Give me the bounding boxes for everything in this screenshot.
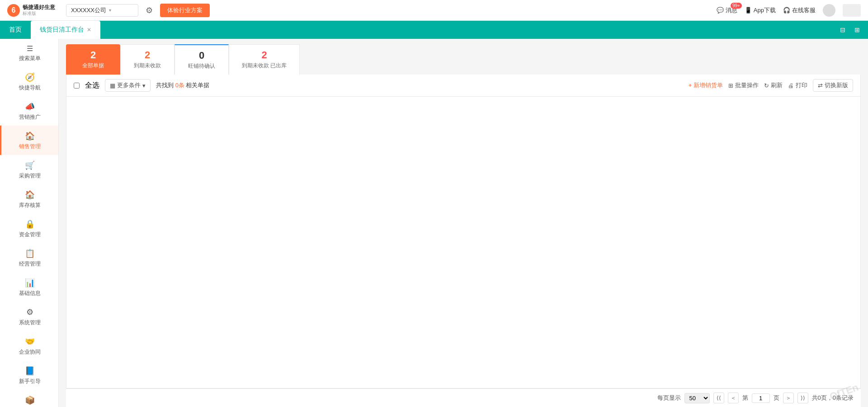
sidebar-label-operations: 经营管理: [19, 260, 41, 268]
nav-maximize-icon[interactable]: ⊞: [852, 24, 863, 35]
tab-home[interactable]: 首页: [0, 21, 31, 39]
page-size-select[interactable]: 50 100 200: [684, 393, 710, 403]
trial-button[interactable]: 体验行业方案: [160, 4, 210, 17]
sidebar-label-system: 系统管理: [19, 319, 41, 327]
company-name: XXXXXX公司: [71, 6, 106, 14]
cooperation-icon: 🤝: [25, 337, 35, 346]
message-badge: 99+: [731, 3, 742, 9]
nav-tabs: 首页 钱货日清工作台 ✕ ⊟ ⊞: [0, 21, 868, 39]
filter-icon: ▦: [110, 82, 115, 89]
print-button[interactable]: 🖨 打印: [788, 81, 807, 89]
online-service-button[interactable]: 🎧 在线客服: [783, 6, 816, 14]
sidebar: ☰ 搜索菜单 🧭 快捷导航 📣 营销推广 🏠 销售管理 🛒 采购管理 🏠 库存核…: [0, 39, 59, 407]
online-service-label: 在线客服: [792, 6, 816, 14]
tab-work-close-icon[interactable]: ✕: [87, 27, 91, 33]
sidebar-item-finance[interactable]: 🔒 资金管理: [0, 214, 58, 243]
sales-icon: 🏠: [25, 131, 35, 141]
found-num: 0条: [175, 82, 184, 89]
stat-num-all: 2: [79, 49, 107, 61]
top-right: 💬 消息 99+ 📱 App下载 🎧 在线客服: [717, 4, 861, 17]
base-icon: 📊: [25, 278, 35, 288]
switch-label: 切换新版: [825, 81, 848, 89]
operations-icon: 📋: [25, 248, 35, 258]
refresh-label: 刷新: [771, 81, 783, 89]
sidebar-item-sales[interactable]: 🏠 销售管理: [0, 126, 58, 155]
sidebar-label-sales: 销售管理: [19, 143, 41, 150]
sidebar-item-market[interactable]: 📣 营销推广: [0, 96, 58, 126]
finance-icon: 🔒: [25, 219, 35, 229]
refresh-icon: ↻: [764, 82, 769, 89]
company-selector[interactable]: XXXXXX公司 ▾: [66, 4, 138, 17]
content-area: 2 全部单据 2 到期未收款 0 旺铺待确认 2 到期未收款 已出库 全选 ▦ …: [59, 39, 868, 407]
chevron-down-icon: ▾: [109, 8, 111, 13]
sidebar-item-base[interactable]: 📊 基础信息: [0, 272, 58, 302]
page-input[interactable]: [752, 393, 770, 403]
page-label: 第: [742, 394, 748, 402]
select-all-checkbox[interactable]: [74, 83, 80, 89]
last-page-button[interactable]: ⟩⟩: [797, 393, 808, 403]
stat-num-pending: 0: [188, 50, 216, 61]
sidebar-item-purchase[interactable]: 🛒 采购管理: [0, 155, 58, 184]
stat-tab-due[interactable]: 2 到期未收款: [120, 44, 175, 75]
batch-label: 批量操作: [735, 81, 759, 89]
sidebar-label-stock: 库存核算: [19, 201, 41, 209]
sidebar-item-apps[interactable]: 📦 应用中心: [0, 390, 58, 407]
sidebar-item-operations[interactable]: 📋 经营管理: [0, 243, 58, 272]
stat-label-all: 全部单据: [79, 62, 107, 70]
message-button[interactable]: 💬 消息 99+: [717, 6, 737, 14]
settings-icon[interactable]: ⚙: [142, 3, 156, 18]
stat-label-pending: 旺铺待确认: [188, 62, 216, 70]
prev-page-button[interactable]: ＜: [728, 393, 739, 403]
pagination-bar: 每页显示 50 100 200 ⟨⟨ ＜ 第 页 ＞ ⟩⟩ 共0页，0条记录: [66, 388, 861, 407]
tab-work[interactable]: 钱货日清工作台 ✕: [31, 21, 100, 39]
stat-label-due: 到期未收款: [133, 62, 161, 70]
nav-right-buttons: ⊟ ⊞: [837, 24, 868, 35]
sidebar-item-nav[interactable]: 🧭 快捷导航: [0, 67, 58, 96]
stock-icon: 🏠: [25, 190, 35, 200]
batch-button[interactable]: ⊞ 批量操作: [728, 81, 759, 89]
search-menu-icon: ☰: [27, 44, 33, 53]
app-download-button[interactable]: 📱 App下载: [745, 6, 776, 14]
table-area: [66, 97, 861, 388]
refresh-button[interactable]: ↻ 刷新: [764, 81, 783, 89]
market-icon: 📣: [25, 102, 35, 112]
sidebar-label-guide: 新手引导: [19, 378, 41, 385]
guide-icon: 📘: [25, 366, 35, 376]
stat-tab-pending[interactable]: 0 旺铺待确认: [175, 44, 229, 75]
filter-button[interactable]: ▦ 更多条件 ▾: [105, 79, 151, 92]
switch-icon: ⇄: [818, 82, 823, 89]
sidebar-item-stock[interactable]: 🏠 库存核算: [0, 184, 58, 214]
switch-version-button[interactable]: ⇄ 切换新版: [813, 79, 853, 92]
first-page-button[interactable]: ⟨⟨: [713, 393, 724, 403]
toolbar: 全选 ▦ 更多条件 ▾ 共找到 0条 相关单据 + 新增销货单 ⊞ 批量操作 ↻…: [66, 75, 861, 97]
sidebar-label-market: 营销推广: [19, 113, 41, 121]
stat-label-due-out: 到期未收款 已出库: [242, 62, 287, 70]
logo-icon: 6: [7, 4, 20, 17]
sidebar-item-cooperation[interactable]: 🤝 企业协同: [0, 331, 58, 360]
add-sale-button[interactable]: + 新增销货单: [689, 81, 723, 89]
main-layout: ☰ 搜索菜单 🧭 快捷导航 📣 营销推广 🏠 销售管理 🛒 采购管理 🏠 库存核…: [0, 39, 868, 407]
sidebar-label-purchase: 采购管理: [19, 172, 41, 180]
stat-tab-all[interactable]: 2 全部单据: [66, 44, 120, 75]
system-icon: ⚙: [26, 307, 33, 317]
phone-icon: 📱: [745, 7, 752, 14]
select-all-label: 全选: [85, 81, 99, 90]
user-name[interactable]: [843, 4, 861, 17]
app-download-label: App下载: [754, 6, 776, 14]
sidebar-item-guide[interactable]: 📘 新手引导: [0, 360, 58, 390]
nav-minimize-icon[interactable]: ⊟: [837, 24, 848, 35]
page-suffix: 页: [774, 394, 779, 402]
sidebar-item-system[interactable]: ⚙ 系统管理: [0, 302, 58, 331]
next-page-button[interactable]: ＞: [783, 393, 794, 403]
logo-main: 畅捷通好生意: [23, 4, 55, 10]
avatar[interactable]: [823, 4, 835, 17]
stat-tab-due-out[interactable]: 2 到期未收款 已出库: [229, 44, 300, 75]
nav-icon: 🧭: [25, 72, 35, 82]
sidebar-label-base: 基础信息: [19, 290, 41, 297]
sidebar-label-search: 搜索菜单: [19, 55, 41, 62]
logo-sub: 标准版: [23, 11, 55, 16]
total-info: 共0页，0条记录: [812, 394, 854, 402]
purchase-icon: 🛒: [25, 160, 35, 170]
service-icon: 🎧: [783, 7, 790, 14]
sidebar-item-search[interactable]: ☰ 搜索菜单: [0, 39, 58, 67]
